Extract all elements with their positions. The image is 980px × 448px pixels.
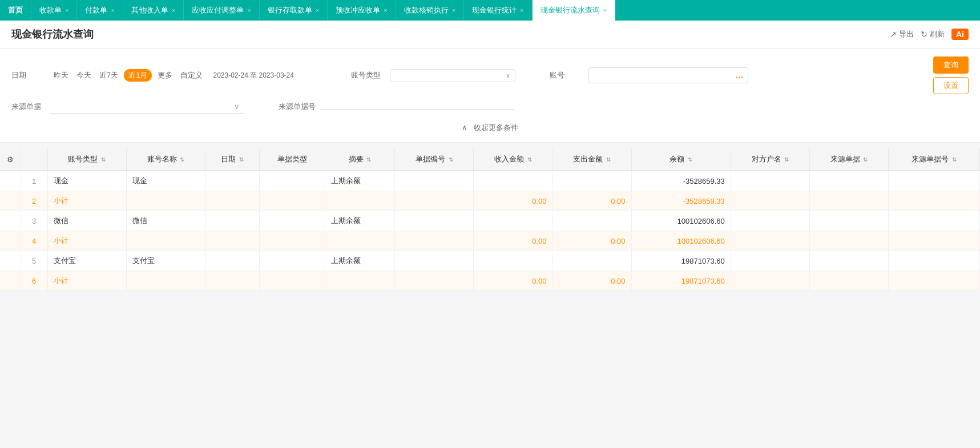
sort-icon: ⇅ xyxy=(784,156,789,163)
row-doc-no xyxy=(395,251,474,271)
col-doc-type: 单据类型 xyxy=(259,148,325,171)
row-summary xyxy=(325,191,395,211)
nav-tab-bank-deposit[interactable]: 银行存取款单 × xyxy=(260,0,328,21)
chevron-down-icon: ∨ xyxy=(506,72,510,79)
nav-tab-home[interactable]: 首页 xyxy=(0,0,31,21)
row-account-name: 微信 xyxy=(126,211,205,231)
source-doc-select[interactable]: ∨ xyxy=(50,100,244,114)
col-balance[interactable]: 余额 ⇅ xyxy=(631,148,731,171)
nav-tab-receipt[interactable]: 收款单 × xyxy=(31,0,77,21)
nav-tab-cash-stats[interactable]: 现金银行统计 × xyxy=(464,0,532,21)
table-row: 5支付宝支付宝上期余额19871073.60 xyxy=(0,251,980,271)
row-num: 5 xyxy=(21,251,47,271)
source-doc-no-label: 来源单据号 xyxy=(279,102,316,112)
nav-tab-ar-ap-adjust[interactable]: 应收应付调整单 × xyxy=(184,0,259,21)
row-source-doc xyxy=(809,251,888,271)
row-source-doc-no xyxy=(889,171,980,191)
sort-icon: ⇅ xyxy=(101,156,106,163)
row-doc-no xyxy=(395,211,474,231)
date-btn-today[interactable]: 今天 xyxy=(74,69,94,82)
row-doc-type xyxy=(259,171,325,191)
date-btn-1month[interactable]: 近1月 xyxy=(124,69,152,82)
row-counter-party xyxy=(731,171,809,191)
col-settings[interactable]: ⚙ xyxy=(0,148,21,171)
col-summary[interactable]: 摘要 ⇅ xyxy=(325,148,395,171)
row-source-doc-no xyxy=(889,231,980,251)
date-btn-7days[interactable]: 近7天 xyxy=(97,69,120,82)
date-label: 日期 xyxy=(11,70,46,80)
row-account-type: 小计 xyxy=(47,231,126,251)
row-date xyxy=(205,171,260,191)
table-row: 2小计0.000.00-3528659.33 xyxy=(0,191,980,211)
export-button[interactable]: ↗ 导出 xyxy=(890,29,914,39)
date-filter: 日期 昨天 今天 近7天 近1月 更多 自定义 2023-02-24 至 202… xyxy=(11,69,294,82)
close-icon[interactable]: × xyxy=(603,7,607,14)
close-icon[interactable]: × xyxy=(65,7,68,14)
settings-button[interactable]: 设置 xyxy=(933,77,969,94)
ai-badge[interactable]: Ai xyxy=(951,29,969,40)
action-buttons: 查询 设置 xyxy=(933,56,969,94)
row-summary: 上期余额 xyxy=(325,171,395,191)
account-input[interactable]: ... xyxy=(588,67,748,83)
row-balance: 19871073.60 xyxy=(631,251,731,271)
date-btn-more[interactable]: 更多 xyxy=(155,69,175,82)
chevron-down-icon: ∨ xyxy=(234,102,240,111)
row-counter-party xyxy=(731,191,809,211)
date-options: 昨天 今天 近7天 近1月 更多 自定义 xyxy=(51,69,205,82)
row-balance: 100102606.60 xyxy=(631,211,731,231)
row-counter-party xyxy=(731,231,809,251)
row-settings xyxy=(0,231,21,251)
row-num: 1 xyxy=(21,171,47,191)
row-balance: -3528659.33 xyxy=(631,191,731,211)
col-account-type[interactable]: 账号类型 ⇅ xyxy=(47,148,126,171)
nav-tab-other-income[interactable]: 其他收入单 × xyxy=(123,0,184,21)
query-button[interactable]: 查询 xyxy=(933,56,969,74)
col-account-name[interactable]: 账号名称 ⇅ xyxy=(126,148,205,171)
date-btn-yesterday[interactable]: 昨天 xyxy=(51,69,71,82)
row-source-doc-no xyxy=(889,271,980,291)
refresh-button[interactable]: ↻ 刷新 xyxy=(921,29,945,39)
sort-icon: ⇅ xyxy=(606,156,611,163)
col-income[interactable]: 收入金额 ⇅ xyxy=(474,148,552,171)
source-doc-no-input[interactable] xyxy=(320,104,514,110)
row-doc-type xyxy=(259,231,325,251)
close-icon[interactable]: × xyxy=(384,7,387,14)
close-icon[interactable]: × xyxy=(316,7,319,14)
col-doc-no[interactable]: 单据编号 ⇅ xyxy=(395,148,474,171)
close-icon[interactable]: × xyxy=(111,7,114,14)
close-icon[interactable]: × xyxy=(172,7,175,14)
row-settings xyxy=(0,171,21,191)
row-income xyxy=(474,171,552,191)
sort-icon: ⇅ xyxy=(688,156,692,163)
col-source-doc-no[interactable]: 来源单据号 ⇅ xyxy=(889,148,980,171)
nav-tab-payment[interactable]: 付款单 × xyxy=(77,0,123,21)
account-dots-btn[interactable]: ... xyxy=(736,70,743,80)
row-date xyxy=(205,231,260,251)
source-doc-label: 来源单据 xyxy=(11,102,46,112)
date-range-text: 2023-02-24 至 2023-03-24 xyxy=(213,71,293,80)
row-doc-no xyxy=(395,191,474,211)
row-counter-party xyxy=(731,251,809,271)
sort-icon: ⇅ xyxy=(449,156,453,163)
date-btn-custom[interactable]: 自定义 xyxy=(178,69,205,82)
collapse-bar[interactable]: ∧ 收起更多条件 xyxy=(11,119,969,136)
close-icon[interactable]: × xyxy=(520,7,523,14)
nav-tab-prepay-offset[interactable]: 预收冲应收单 × xyxy=(328,0,396,21)
nav-tab-receipt-verify[interactable]: 收款核销执行 × xyxy=(396,0,464,21)
filter-area: 日期 昨天 今天 近7天 近1月 更多 自定义 2023-02-24 至 202… xyxy=(0,49,980,143)
row-account-type: 小计 xyxy=(47,191,126,211)
nav-tab-cash-flow[interactable]: 现金银行流水查询 × xyxy=(533,0,615,21)
col-counter-party[interactable]: 对方户名 ⇅ xyxy=(731,148,809,171)
row-counter-party xyxy=(731,271,809,291)
row-source-doc-no xyxy=(889,211,980,231)
col-date[interactable]: 日期 ⇅ xyxy=(205,148,260,171)
row-income xyxy=(474,211,552,231)
row-doc-no xyxy=(395,171,474,191)
close-icon[interactable]: × xyxy=(247,7,251,14)
account-type-select[interactable]: ∨ xyxy=(390,69,515,82)
close-icon[interactable]: × xyxy=(452,7,455,14)
col-source-doc[interactable]: 来源单据 ⇅ xyxy=(809,148,888,171)
date-range-display: 2023-02-24 至 2023-03-24 xyxy=(211,71,293,80)
col-expense[interactable]: 支出金额 ⇅ xyxy=(552,148,631,171)
row-source-doc xyxy=(809,191,888,211)
